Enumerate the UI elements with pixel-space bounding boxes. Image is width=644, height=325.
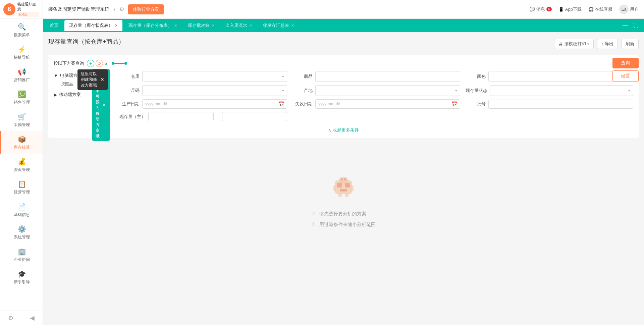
tab-close-3[interactable]: ✕ [249, 23, 252, 28]
sidebar-item-sales[interactable]: 💹 销售管理 [0, 86, 43, 109]
filter-origin: 产地 ▾ [292, 85, 460, 96]
tab-close-0[interactable]: ✕ [115, 23, 118, 28]
tab-maximize-btn[interactable]: ⛶ [632, 22, 640, 29]
sidebar-item-finance[interactable]: 💰 资金管理 [0, 154, 43, 176]
filter-actions: + ↺ 电脑方案可设为移动方案哦 ✕ « [87, 60, 108, 67]
filter-batch-no: 批号 [466, 99, 633, 109]
origin-select[interactable]: ▾ [315, 85, 460, 96]
search-buttons: 查询 设置 [612, 58, 639, 82]
settings-icon[interactable]: ⚙ [119, 6, 124, 12]
marketing-icon: 📢 [18, 68, 26, 76]
svg-rect-4 [333, 185, 336, 192]
export-button[interactable]: ↑ 导出 [597, 39, 618, 49]
sidebar-item-operations[interactable]: 📋 经营管理 [0, 176, 43, 199]
app-download-button[interactable]: 📱 App下载 [558, 6, 582, 12]
collapse-sidebar-btn[interactable]: ◀ [30, 314, 35, 322]
dot-connector [112, 62, 127, 65]
sidebar-item-search[interactable]: 🔍 搜索菜单 [0, 19, 43, 41]
svg-rect-6 [338, 193, 342, 197]
export-icon: ↑ [601, 42, 604, 47]
filter-warehouse: 仓库 ··· ▾ [119, 71, 287, 82]
finance-icon: 💰 [18, 158, 26, 166]
tabs-bar: 首页 现存量（库存状况表） ✕ 现存量（库存分布表） ✕ 库存批次账 ✕ 出入库… [43, 19, 644, 32]
topbar-left: 装备及固定资产辅助管理系统 ▾ ⚙ 体验行业方案 [48, 4, 164, 14]
guide-icon: 🎓 [18, 270, 26, 278]
dark-tooltip-content: 这里可以创建和修改方案哦 ✕ [77, 69, 108, 90]
message-icon: 💬 [530, 7, 535, 12]
logo-icon: 6 [3, 3, 15, 15]
filter-row-4: 现存量（主） — [119, 112, 633, 121]
refresh-button[interactable]: 刷新 [621, 39, 639, 49]
filter-header: 按以下方案查询 + ↺ 电脑方案可设为移动方案哦 ✕ [54, 60, 633, 67]
add-scheme-btn[interactable]: + [87, 60, 94, 67]
print-button[interactable]: 🖨 按模板打印 ▾ [554, 39, 594, 49]
stock-main-min-input[interactable] [148, 112, 214, 121]
filter-stock-main: 现存量（主） — [119, 112, 287, 121]
expiry-date-label: 失效日期 [292, 101, 313, 107]
tab-summary[interactable]: 收发存汇总表 ✕ [258, 20, 299, 31]
sidebar-menu: 🔍 搜索菜单 ⚡ 快捷导航 📢 营销推广 💹 销售管理 🛒 采购管理 📦 库存核… [0, 19, 43, 311]
filter-expiry-date: 失效日期 yyyy-mm-dd 📅 [292, 99, 460, 109]
tab-inout-flow[interactable]: 出入库流水 ✕ [221, 20, 257, 31]
tab-inventory-distribution[interactable]: 现存量（库存分布表） ✕ [124, 20, 182, 31]
sales-icon: 💹 [18, 90, 26, 98]
search-button[interactable]: 查询 [612, 58, 639, 68]
collapse-btn[interactable]: ∧ 收起更多条件 [328, 127, 359, 133]
size-select[interactable]: ▾ [142, 85, 287, 96]
dark-tooltip-close[interactable]: ✕ [100, 77, 104, 82]
size-select-arrow: ▾ [282, 89, 284, 93]
left-arrow-btn[interactable]: « [104, 60, 108, 67]
system-title-dropdown-icon[interactable]: ▾ [113, 7, 115, 12]
filter-product: 商品 ··· [292, 71, 460, 82]
user-avatar: Ea [619, 5, 629, 14]
message-button[interactable]: 💬 消息 6 [530, 6, 552, 12]
stock-status-select[interactable]: ▾ [490, 85, 633, 96]
tab-close-4[interactable]: ✕ [291, 23, 294, 28]
inventory-icon: 📦 [18, 135, 26, 143]
page-content: 现存量查询（按仓库+商品） 🖨 按模板打印 ▾ ↑ 导出 刷新 按以下方案查询 [43, 32, 644, 325]
user-button[interactable]: Ea 用户 [619, 5, 639, 14]
reset-button[interactable]: 设置 [612, 70, 639, 82]
color-label: 颜色 [466, 73, 486, 79]
tab-close-1[interactable]: ✕ [174, 23, 177, 28]
empty-hints: ① 请先选择要分析的方案 ② 用过滤条件来缩小分析范围 [311, 209, 376, 229]
svg-rect-1 [337, 183, 342, 187]
sidebar-item-marketing[interactable]: 📢 营销推广 [0, 64, 43, 86]
print-dropdown-icon: ▾ [587, 42, 589, 46]
collapse-row: ∧ 收起更多条件 [54, 127, 633, 133]
sidebar-item-guide[interactable]: 🎓 新手引导 [0, 266, 43, 288]
tab-home[interactable]: 首页 [44, 22, 64, 29]
tab-close-2[interactable]: ✕ [212, 23, 215, 28]
sidebar-item-enterprise[interactable]: 🏢 企业协同 [0, 243, 43, 266]
sidebar-item-system[interactable]: ⚙️ 系统管理 [0, 221, 43, 243]
topbar: 装备及固定资产辅助管理系统 ▾ ⚙ 体验行业方案 💬 消息 6 📱 App下载 … [43, 0, 644, 19]
sidebar-item-inventory[interactable]: 📦 库存核算 [0, 131, 43, 154]
main-content: 装备及固定资产辅助管理系统 ▾ ⚙ 体验行业方案 💬 消息 6 📱 App下载 … [43, 0, 644, 325]
settings-bottom-btn[interactable]: ⚙ [8, 314, 13, 322]
color-select[interactable]: ▾ [488, 71, 633, 82]
arrow-connector: « 这里可以创建和修改方案哦 ✕ [104, 60, 108, 67]
line-connector [114, 63, 124, 64]
enterprise-icon: 🏢 [18, 248, 26, 256]
product-select[interactable]: ··· [315, 71, 460, 82]
sync-scheme-btn[interactable]: ↺ [96, 60, 103, 67]
sidebar-item-basic[interactable]: 📄 基础信息 [0, 199, 43, 221]
expiry-date-input[interactable]: yyyy-mm-dd 📅 [315, 99, 460, 109]
sidebar-item-purchase[interactable]: 🛒 采购管理 [0, 109, 43, 131]
svg-point-9 [341, 178, 343, 180]
empty-state: ① 请先选择要分析的方案 ② 用过滤条件来缩小分析范围 [48, 142, 639, 249]
industry-plan-button[interactable]: 体验行业方案 [128, 4, 164, 14]
online-service-button[interactable]: 🎧 在线客服 [588, 6, 612, 12]
warehouse-select-arrow: ▾ [282, 74, 284, 79]
warehouse-select[interactable]: ··· ▾ [142, 71, 287, 82]
green-tooltip-close[interactable]: ✕ [102, 102, 106, 108]
batch-no-input[interactable] [488, 100, 633, 109]
tab-inventory-status[interactable]: 现存量（库存状况表） ✕ [64, 20, 122, 31]
batch-no-label: 批号 [466, 101, 486, 107]
tab-minimize-btn[interactable]: — [621, 22, 629, 29]
tab-batch-account[interactable]: 库存批次账 ✕ [183, 20, 219, 31]
stock-main-max-input[interactable] [222, 112, 287, 121]
sidebar-item-quicknav[interactable]: ⚡ 快捷导航 [0, 41, 43, 64]
production-date-input[interactable]: yyyy-mm-dd 📅 [142, 99, 287, 109]
warehouse-label: 仓库 [119, 73, 140, 79]
